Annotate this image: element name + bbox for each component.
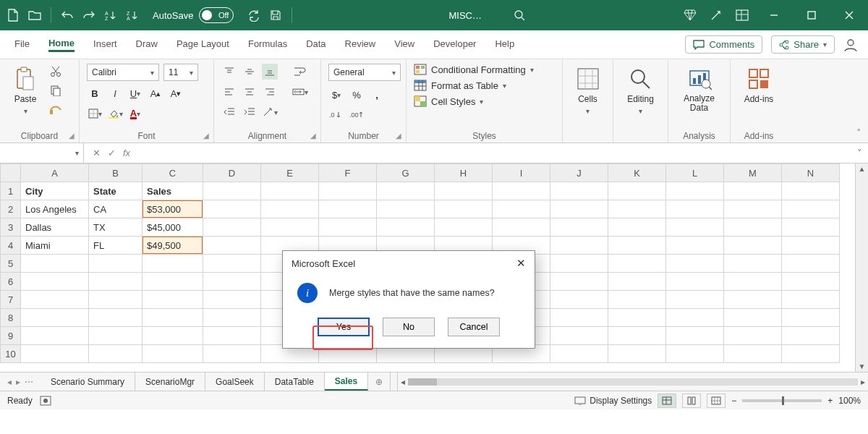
cell[interactable] <box>608 309 666 327</box>
number-format-combo[interactable]: General▾ <box>328 64 401 81</box>
undo-icon[interactable] <box>59 7 76 24</box>
sheet-nav-prev-icon[interactable]: ◂ <box>7 377 12 387</box>
cell[interactable] <box>89 327 142 345</box>
cell[interactable] <box>724 291 782 309</box>
name-box[interactable]: ▾ <box>0 143 84 163</box>
align-bottom-icon[interactable] <box>262 64 278 80</box>
enter-formula-icon[interactable]: ✓ <box>108 148 116 158</box>
cell[interactable]: Miami <box>21 237 89 255</box>
addins-button[interactable]: Add-ins <box>739 64 780 107</box>
decrease-font-icon[interactable]: A▾ <box>168 85 184 101</box>
cell[interactable] <box>550 255 608 273</box>
editing-button[interactable]: Editing▾ <box>621 64 660 118</box>
cell[interactable] <box>782 291 840 309</box>
font-color-button[interactable]: A▾ <box>127 106 143 122</box>
cell[interactable] <box>21 345 89 363</box>
cell[interactable] <box>89 345 142 363</box>
cell[interactable] <box>724 218 782 237</box>
cell[interactable] <box>261 182 319 200</box>
cell[interactable] <box>666 345 724 363</box>
format-as-table-button[interactable]: Format as Table▾ <box>414 80 555 91</box>
close-button[interactable] <box>835 4 864 26</box>
tab-view[interactable]: View <box>394 38 414 51</box>
autosave-toggle[interactable]: AutoSave Off <box>153 7 234 23</box>
bold-button[interactable]: B <box>87 85 103 101</box>
cell[interactable] <box>724 200 782 218</box>
tab-formulas[interactable]: Formulas <box>248 38 287 51</box>
cell[interactable] <box>203 273 261 291</box>
cell[interactable]: Sales <box>142 182 203 200</box>
cell[interactable] <box>550 309 608 327</box>
dialog-launcher-icon[interactable]: ◢ <box>69 132 75 140</box>
cell[interactable] <box>666 218 724 237</box>
cell[interactable] <box>724 182 782 200</box>
cell[interactable] <box>493 200 550 218</box>
cells-button[interactable]: Cells▾ <box>570 64 606 118</box>
cell[interactable] <box>377 182 435 200</box>
tab-page-layout[interactable]: Page Layout <box>176 38 229 51</box>
cell[interactable] <box>724 273 782 291</box>
sheet-nav-more-icon[interactable]: ⋯ <box>25 377 33 387</box>
cell[interactable] <box>319 200 377 218</box>
col-header[interactable]: D <box>203 164 261 182</box>
cell[interactable] <box>89 255 142 273</box>
cell[interactable] <box>21 291 89 309</box>
cell[interactable] <box>261 218 319 237</box>
cell[interactable] <box>203 345 261 363</box>
font-size-combo[interactable]: 11▾ <box>163 64 198 81</box>
open-file-icon[interactable] <box>26 7 43 24</box>
align-top-icon[interactable] <box>221 64 237 80</box>
cell[interactable]: Dallas <box>21 218 89 237</box>
cell[interactable] <box>203 237 261 255</box>
sort-asc-icon[interactable]: AZ <box>102 7 119 24</box>
sheet-tab[interactable]: Sales <box>325 373 368 391</box>
decrease-decimal-icon[interactable]: .00 <box>349 107 365 123</box>
zoom-out-button[interactable]: − <box>731 396 736 406</box>
col-header[interactable]: K <box>608 164 666 182</box>
increase-font-icon[interactable]: A▴ <box>148 85 163 101</box>
insert-function-icon[interactable]: fx <box>123 148 130 158</box>
sheet-tab[interactable]: DataTable <box>265 373 325 391</box>
cell[interactable] <box>203 182 261 200</box>
cell[interactable] <box>435 200 493 218</box>
zoom-slider[interactable] <box>742 399 822 402</box>
new-file-icon[interactable] <box>4 7 22 24</box>
cell[interactable]: City <box>21 182 89 200</box>
share-button[interactable]: Share ▾ <box>771 35 835 54</box>
cell[interactable] <box>21 327 89 345</box>
cell[interactable] <box>666 237 724 255</box>
cell[interactable]: $53,000 <box>142 200 203 218</box>
cell[interactable] <box>493 182 550 200</box>
row-header[interactable]: 4 <box>1 237 21 255</box>
maximize-button[interactable] <box>797 4 826 26</box>
cell[interactable]: $49,500 <box>142 237 203 255</box>
cell[interactable] <box>666 291 724 309</box>
col-header[interactable]: L <box>666 164 724 182</box>
row-header[interactable]: 6 <box>1 273 21 291</box>
align-left-icon[interactable] <box>221 84 237 100</box>
cell[interactable] <box>666 200 724 218</box>
cell-styles-button[interactable]: Cell Styles▾ <box>414 95 555 107</box>
user-icon[interactable] <box>843 38 858 51</box>
dialog-launcher-icon[interactable]: ◢ <box>310 132 316 140</box>
cell[interactable] <box>666 255 724 273</box>
dialog-cancel-button[interactable]: Cancel <box>448 318 500 336</box>
horizontal-scrollbar[interactable]: ◂▸ <box>397 373 868 391</box>
dialog-launcher-icon[interactable]: ◢ <box>396 132 401 140</box>
row-header[interactable]: 7 <box>1 291 21 309</box>
cell[interactable]: $45,000 <box>142 218 203 237</box>
page-break-view-button[interactable] <box>707 393 726 408</box>
vertical-scrollbar[interactable]: ▲ ▼ <box>855 163 868 372</box>
wand-icon[interactable] <box>707 7 725 24</box>
cell[interactable] <box>550 218 608 237</box>
cell[interactable]: FL <box>89 237 142 255</box>
cell[interactable] <box>89 309 142 327</box>
cell[interactable] <box>608 218 666 237</box>
formula-input[interactable] <box>139 143 851 163</box>
cell[interactable] <box>550 273 608 291</box>
cell[interactable] <box>608 273 666 291</box>
cell[interactable] <box>782 182 840 200</box>
col-header[interactable]: F <box>319 164 377 182</box>
cell[interactable] <box>782 237 840 255</box>
col-header[interactable]: J <box>550 164 608 182</box>
